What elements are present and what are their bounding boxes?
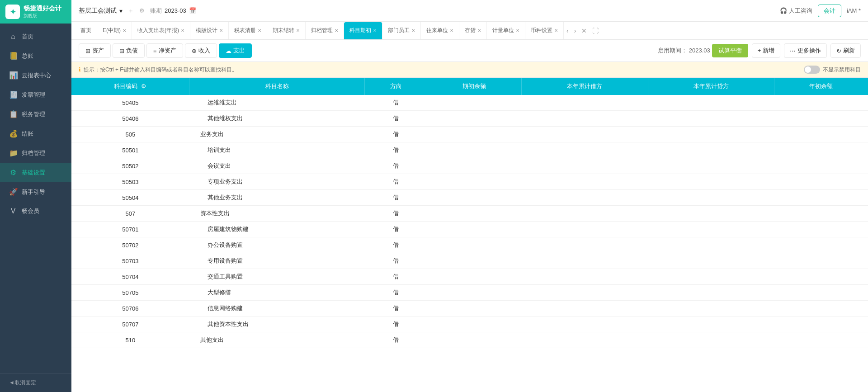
tab-close-partners[interactable]: ✕ bbox=[450, 28, 453, 33]
cell-name: 业务支出 bbox=[189, 127, 365, 142]
tab-unit[interactable]: 计量单位✕ bbox=[487, 22, 525, 39]
sidebar: ✦ 畅捷通好会计 旗舰版 ⌂ 首页 📒 总账 📊 云报表中心 🧾 发票管理 📋 … bbox=[0, 0, 71, 392]
sidebar-item-reports[interactable]: 📊 云报表中心 bbox=[0, 66, 71, 85]
company-selector[interactable]: 基层工会测试 ▾ bbox=[79, 7, 123, 15]
filter-bar: ⊞资产⊟负债≡净资产⊕收入☁支出 启用期间： 2023.03 试算平衡 + 新增… bbox=[71, 40, 868, 62]
tab-close-unit[interactable]: ✕ bbox=[516, 28, 519, 33]
notice-text: 提示：按Ctrl + F键并输入科目编码或者科目名称可以查找科目。 bbox=[84, 66, 237, 74]
tab-close-subject_init[interactable]: ✕ bbox=[373, 28, 377, 33]
more-button[interactable]: ⋯ 更多操作 bbox=[784, 43, 827, 58]
sidebar-item-settlement[interactable]: 💰 结账 bbox=[0, 124, 71, 143]
table-row[interactable]: 507 资本性支出 借 bbox=[71, 206, 868, 222]
cell-direction: 借 bbox=[365, 269, 427, 285]
net_assets-filter-icon: ≡ bbox=[153, 47, 157, 54]
table-row[interactable]: 50701 房屋建筑物购建 借 bbox=[71, 222, 868, 237]
table-row[interactable]: 50703 专用设备购置 借 bbox=[71, 253, 868, 269]
table-row[interactable]: 50702 办公设备购置 借 bbox=[71, 237, 868, 253]
cell-direction: 借 bbox=[365, 95, 427, 111]
tab-prev-button[interactable]: ‹ bbox=[564, 27, 571, 34]
filter-btn-income[interactable]: ⊕收入 bbox=[185, 43, 217, 58]
tab-close-archive_mgmt[interactable]: ✕ bbox=[335, 28, 338, 33]
calendar-icon[interactable]: 📅 bbox=[189, 7, 196, 14]
sidebar-item-archive[interactable]: 📁 归档管理 bbox=[0, 143, 71, 163]
filter-btn-net_assets[interactable]: ≡净资产 bbox=[146, 43, 183, 58]
disabled-toggle[interactable] bbox=[804, 66, 820, 74]
tab-close-income[interactable]: ✕ bbox=[181, 28, 184, 33]
table-row[interactable]: 50704 交通工具购置 借 bbox=[71, 269, 868, 285]
sidebar-item-home[interactable]: ⌂ 首页 bbox=[0, 27, 71, 46]
table-row[interactable]: 50503 专项业务支出 借 bbox=[71, 174, 868, 190]
tab-close-currency[interactable]: ✕ bbox=[554, 28, 558, 33]
table-row[interactable]: 50501 培训支出 借 bbox=[71, 142, 868, 158]
table-row[interactable]: 50706 信息网络购建 借 bbox=[71, 301, 868, 316]
tab-close-dept[interactable]: ✕ bbox=[411, 28, 415, 33]
tab-inventory[interactable]: 存货✕ bbox=[459, 22, 487, 39]
table-row[interactable]: 510 其他支出 借 bbox=[71, 332, 868, 348]
tab-next-button[interactable]: › bbox=[571, 27, 579, 34]
col-6: 年初余额 bbox=[774, 78, 868, 95]
cell-opening bbox=[427, 269, 522, 285]
account-button[interactable]: 会计 bbox=[818, 5, 841, 17]
plus-icon[interactable]: ＋ bbox=[128, 7, 134, 15]
tab-home[interactable]: 首页 bbox=[75, 22, 97, 39]
tab-tax_clear[interactable]: 税表清册✕ bbox=[229, 22, 267, 39]
refresh-button[interactable]: ↻ 刷新 bbox=[830, 43, 861, 58]
app-logo[interactable]: ✦ 畅捷通好会计 旗舰版 bbox=[0, 0, 71, 24]
cell-name: 专用设备购置 bbox=[189, 253, 365, 269]
add-button[interactable]: + 新增 bbox=[752, 43, 780, 58]
cell-opening bbox=[427, 158, 522, 174]
filter-btn-expenditure[interactable]: ☁支出 bbox=[219, 43, 252, 58]
table-row[interactable]: 50705 大型修缮 借 bbox=[71, 285, 868, 301]
tab-income[interactable]: 收入支出表(年报)✕ bbox=[132, 22, 190, 39]
tab-period_end[interactable]: 期末结转✕ bbox=[267, 22, 306, 39]
tab-currency[interactable]: 币种设置✕ bbox=[525, 22, 564, 39]
cell-ytd-credit bbox=[648, 158, 774, 174]
filter-period: 启用期间： 2023.03 bbox=[658, 47, 710, 55]
tab-partners[interactable]: 往来单位✕ bbox=[421, 22, 459, 39]
col-settings-icon[interactable]: ⚙ bbox=[141, 83, 146, 90]
sidebar-item-ledger[interactable]: 📒 总账 bbox=[0, 46, 71, 66]
sidebar-collapse[interactable]: ◄取消固定 bbox=[0, 373, 71, 392]
settings-icon[interactable]: ⚙ bbox=[139, 7, 145, 14]
table-row[interactable]: 50504 其他业务支出 借 bbox=[71, 190, 868, 206]
table-row[interactable]: 50502 会议支出 借 bbox=[71, 158, 868, 174]
table-row[interactable]: 50406 其他维权支出 借 bbox=[71, 111, 868, 127]
cell-opening bbox=[427, 111, 522, 127]
table-row[interactable]: 50707 其他资本性支出 借 bbox=[71, 316, 868, 332]
table-row[interactable]: 50405 运维维支出 借 bbox=[71, 95, 868, 111]
service-button[interactable]: 🎧 人工咨询 bbox=[780, 7, 812, 15]
iam-label: iAM * bbox=[847, 7, 861, 14]
cell-direction: 借 bbox=[365, 174, 427, 190]
tab-close-period_end[interactable]: ✕ bbox=[296, 28, 300, 33]
filter-btn-assets[interactable]: ⊞资产 bbox=[79, 43, 111, 58]
sidebar-item-member[interactable]: V 畅会员 bbox=[0, 202, 71, 221]
table-row[interactable]: 505 业务支出 借 bbox=[71, 127, 868, 142]
sidebar-label-archive: 归档管理 bbox=[22, 149, 45, 157]
tab-template[interactable]: 模版设计✕ bbox=[190, 22, 229, 39]
tab-dept[interactable]: 部门员工✕ bbox=[382, 22, 421, 39]
tab-mid_period[interactable]: E(中期)✕ bbox=[97, 22, 132, 39]
cell-year-opening bbox=[774, 158, 868, 174]
cell-name: 房屋建筑物购建 bbox=[189, 222, 365, 237]
tab-close-all-button[interactable]: ✕ bbox=[579, 27, 590, 34]
sidebar-item-tax[interactable]: 📋 税务管理 bbox=[0, 104, 71, 124]
tab-subject_init[interactable]: 科目期初✕ bbox=[344, 22, 382, 39]
sidebar-item-invoice[interactable]: 🧾 发票管理 bbox=[0, 85, 71, 104]
tab-close-template[interactable]: ✕ bbox=[219, 28, 223, 33]
tab-close-inventory[interactable]: ✕ bbox=[477, 28, 481, 33]
headset-icon: 🎧 bbox=[780, 7, 787, 14]
toggle-knob bbox=[805, 66, 811, 73]
tab-close-mid_period[interactable]: ✕ bbox=[123, 28, 126, 33]
info-icon: ℹ bbox=[79, 66, 81, 73]
toggle-area[interactable]: 不显示禁用科目 bbox=[804, 66, 861, 74]
company-name: 基层工会测试 bbox=[79, 7, 117, 15]
tab-archive_mgmt[interactable]: 归档管理✕ bbox=[306, 22, 344, 39]
balance-button[interactable]: 试算平衡 bbox=[712, 44, 748, 57]
filter-btn-liability[interactable]: ⊟负债 bbox=[113, 43, 145, 58]
sidebar-item-settings[interactable]: ⚙ 基础设置 bbox=[0, 163, 71, 182]
tab-expand-button[interactable]: ⛶ bbox=[590, 27, 601, 34]
chevron-down-icon[interactable]: ▾ bbox=[119, 7, 123, 14]
tab-close-tax_clear[interactable]: ✕ bbox=[258, 28, 261, 33]
sidebar-item-guide[interactable]: 🚀 新手引导 bbox=[0, 182, 71, 202]
cell-year-opening bbox=[774, 269, 868, 285]
